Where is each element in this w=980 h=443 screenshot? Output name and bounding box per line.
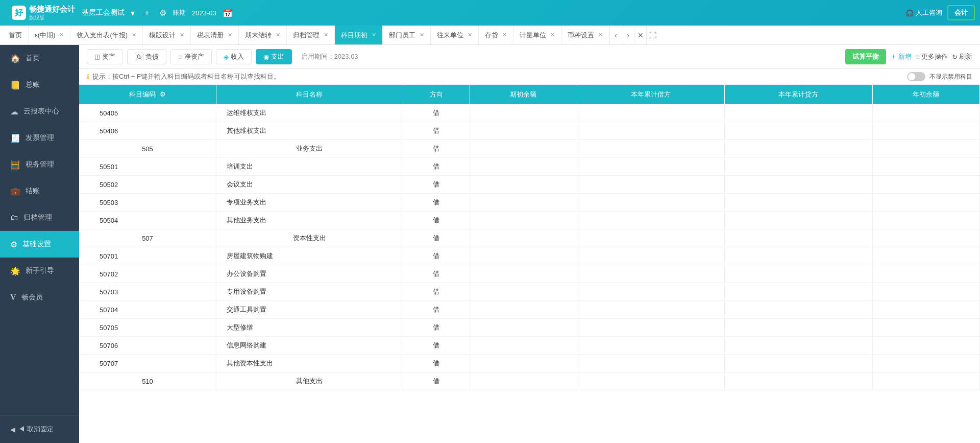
cell-ytd-debit[interactable] (577, 337, 724, 355)
sidebar-item-home[interactable]: 🏠 首页 (0, 45, 79, 72)
tab-template-close[interactable]: ✕ (180, 32, 184, 38)
table-row[interactable]: 50504 其他业务支出 借 (79, 212, 980, 229)
table-row[interactable]: 50707 其他资本性支出 借 (79, 355, 980, 372)
tab-counterparty-close[interactable]: ✕ (468, 32, 472, 38)
project-dropdown-btn[interactable]: ▾ (129, 6, 137, 20)
tab-unit-close[interactable]: ✕ (550, 32, 555, 38)
cell-ytd-credit[interactable] (725, 104, 872, 122)
table-row[interactable]: 50705 大型修缮 借 (79, 319, 980, 337)
tab-period-end[interactable]: 期末结转 ✕ (239, 26, 287, 45)
table-row[interactable]: 50702 办公设备购置 借 (79, 265, 980, 283)
sub-tab-liability[interactable]: 负 负债 (127, 49, 166, 64)
tab-subject-init-close[interactable]: ✕ (372, 32, 376, 38)
sidebar-item-ledger[interactable]: 📒 总账 (0, 72, 79, 98)
sub-tab-income[interactable]: ◈ 收入 (216, 49, 252, 64)
cell-ytd-credit[interactable] (725, 194, 872, 212)
table-row[interactable]: 50704 交通工具购置 借 (79, 301, 980, 319)
cell-ytd-debit[interactable] (577, 372, 724, 390)
tab-income-annual[interactable]: 收入支出表(年报) ✕ (70, 26, 143, 45)
cell-opening[interactable] (470, 355, 577, 372)
table-row[interactable]: 50503 专项业务支出 借 (79, 194, 980, 212)
cell-year-begin[interactable] (872, 122, 979, 140)
cell-opening[interactable] (470, 247, 577, 265)
cell-ytd-credit[interactable] (725, 301, 872, 319)
balance-btn[interactable]: 试算平衡 (845, 49, 886, 64)
sub-tab-expense[interactable]: ◉ 支出 (256, 49, 292, 64)
tab-archive-close[interactable]: ✕ (324, 32, 328, 38)
cell-year-begin[interactable] (872, 229, 979, 247)
cell-ytd-debit[interactable] (577, 122, 724, 140)
cell-opening[interactable] (470, 337, 577, 355)
table-row[interactable]: 505 业务支出 借 (79, 140, 980, 158)
settings-btn[interactable]: ⚙ (157, 6, 168, 20)
sidebar-item-invoice[interactable]: 🧾 发票管理 (0, 125, 79, 151)
add-project-btn[interactable]: ＋ (141, 6, 153, 20)
sidebar-collapse-btn[interactable]: ◀ ◀ 取消固定 (0, 421, 79, 438)
cell-ytd-credit[interactable] (725, 265, 872, 283)
cell-opening[interactable] (470, 140, 577, 158)
cell-opening[interactable] (470, 104, 577, 122)
cell-ytd-credit[interactable] (725, 158, 872, 176)
cell-ytd-credit[interactable] (725, 176, 872, 194)
cell-opening[interactable] (470, 265, 577, 283)
cell-year-begin[interactable] (872, 194, 979, 212)
cell-ytd-debit[interactable] (577, 265, 724, 283)
cell-ytd-credit[interactable] (725, 319, 872, 337)
table-row[interactable]: 50703 专用设备购置 借 (79, 283, 980, 301)
tab-inventory-close[interactable]: ✕ (502, 32, 507, 38)
cell-ytd-debit[interactable] (577, 176, 724, 194)
sidebar-item-close[interactable]: 💼 结账 (0, 178, 79, 204)
tab-template-design[interactable]: 模版设计 ✕ (143, 26, 191, 45)
cell-ytd-credit[interactable] (725, 212, 872, 229)
cell-opening[interactable] (470, 372, 577, 390)
cell-ytd-debit[interactable] (577, 229, 724, 247)
sidebar-item-tax[interactable]: 🧮 税务管理 (0, 151, 79, 178)
cell-year-begin[interactable] (872, 319, 979, 337)
tab-nav-prev[interactable]: ‹ (609, 26, 622, 45)
cell-opening[interactable] (470, 301, 577, 319)
tab-currency[interactable]: 币种设置 ✕ (561, 26, 609, 45)
cell-ytd-debit[interactable] (577, 140, 724, 158)
cell-ytd-debit[interactable] (577, 194, 724, 212)
tab-close-all[interactable]: ✕ (634, 26, 646, 45)
cell-opening[interactable] (470, 158, 577, 176)
tab-nav-next[interactable]: › (622, 26, 634, 45)
tab-tax-close[interactable]: ✕ (228, 32, 232, 38)
tab-mid-period[interactable]: ε(中期) ✕ (29, 26, 70, 45)
table-row[interactable]: 50406 其他维权支出 借 (79, 122, 980, 140)
calendar-icon[interactable]: 📅 (220, 6, 235, 20)
sidebar-item-settings[interactable]: ⚙ 基础设置 (0, 231, 79, 258)
table-row[interactable]: 50405 运维维权支出 借 (79, 104, 980, 122)
cell-year-begin[interactable] (872, 247, 979, 265)
cell-opening[interactable] (470, 176, 577, 194)
cell-ytd-debit[interactable] (577, 158, 724, 176)
cell-ytd-debit[interactable] (577, 247, 724, 265)
table-row[interactable]: 50501 培训支出 借 (79, 158, 980, 176)
project-name[interactable]: 基层工会测试 (82, 8, 125, 17)
cell-year-begin[interactable] (872, 140, 979, 158)
tab-unit[interactable]: 计量单位 ✕ (513, 26, 561, 45)
tab-period-end-close[interactable]: ✕ (276, 32, 280, 38)
cell-opening[interactable] (470, 229, 577, 247)
tab-currency-close[interactable]: ✕ (598, 32, 603, 38)
tab-archive[interactable]: 归档管理 ✕ (287, 26, 335, 45)
cell-ytd-credit[interactable] (725, 247, 872, 265)
tab-mid-period-close[interactable]: ✕ (59, 32, 64, 38)
cell-ytd-debit[interactable] (577, 283, 724, 301)
cell-ytd-credit[interactable] (725, 372, 872, 390)
table-container[interactable]: 科目编码 ⚙ 科目名称 方向 期初余额 本年累计借方 本年累计贷方 年初余额 5… (79, 85, 980, 443)
sidebar-item-report[interactable]: ☁ 云报表中心 (0, 98, 79, 125)
tab-department-close[interactable]: ✕ (420, 32, 424, 38)
account-btn[interactable]: 会计 (947, 5, 975, 20)
table-row[interactable]: 507 资本性支出 借 (79, 229, 980, 247)
tab-expand-btn[interactable]: ⛶ (646, 26, 658, 45)
cell-ytd-credit[interactable] (725, 122, 872, 140)
sidebar-item-archive[interactable]: 🗂 归档管理 (0, 204, 79, 231)
cell-year-begin[interactable] (872, 158, 979, 176)
cell-opening[interactable] (470, 319, 577, 337)
cell-year-begin[interactable] (872, 337, 979, 355)
refresh-btn[interactable]: ↻ 刷新 (952, 52, 972, 61)
cell-year-begin[interactable] (872, 301, 979, 319)
sub-tab-asset[interactable]: ◫ 资产 (87, 49, 123, 64)
cell-ytd-credit[interactable] (725, 337, 872, 355)
